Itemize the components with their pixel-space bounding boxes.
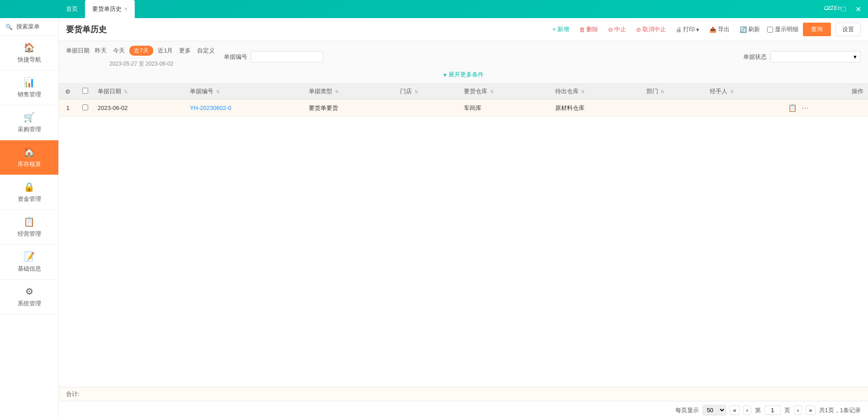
refresh-button[interactable]: 🔄 刷新 xyxy=(737,24,763,35)
sidebar-item-finance[interactable]: 🔒 资金管理 xyxy=(0,175,58,210)
finance-icon: 🔒 xyxy=(24,181,35,192)
delete-icon: 🗑 xyxy=(579,26,585,33)
col-date[interactable]: 单据日期 ⇅ xyxy=(93,84,185,100)
top-bar: 首页 要货单历史 × OfTEn — □ ✕ xyxy=(0,0,868,18)
col-settings[interactable]: ⚙ xyxy=(59,84,77,100)
sort-req-warehouse-icon: ⇅ xyxy=(490,89,494,94)
sort-docno-icon: ⇅ xyxy=(216,89,220,94)
tab-history-label: 要货单历史 xyxy=(92,5,122,13)
page-end-label: 页 xyxy=(784,406,790,414)
col-checkbox xyxy=(77,84,93,100)
col-handler[interactable]: 经手人 ⇅ xyxy=(705,84,783,100)
stop-button[interactable]: ⊖ 中止 xyxy=(605,24,629,35)
print-icon: 🖨 xyxy=(676,26,682,33)
sidebar-item-sales[interactable]: 📊 销售管理 xyxy=(0,71,58,105)
date-tab-7days[interactable]: 近7天 xyxy=(129,46,153,56)
date-filter-label: 单据日期 xyxy=(66,47,90,55)
sidebar-item-purchase[interactable]: 🛒 采购管理 xyxy=(0,105,58,140)
sidebar-item-purchase-label: 采购管理 xyxy=(18,125,41,133)
minimize-icon[interactable]: — xyxy=(824,4,835,14)
status-select[interactable]: ▾ xyxy=(770,51,861,62)
next-page-button[interactable]: › xyxy=(794,405,802,415)
print-button[interactable]: 🖨 打印 ▾ xyxy=(673,24,702,35)
date-tab-today[interactable]: 今天 xyxy=(111,46,127,56)
show-detail-checkbox[interactable]: 显示明细 xyxy=(767,25,798,33)
cell-num: 1 xyxy=(59,100,77,117)
sidebar-search[interactable]: 🔍 搜索菜单 xyxy=(0,18,58,36)
expand-icon: ▾ xyxy=(443,71,447,78)
prev-page-button[interactable]: ‹ xyxy=(743,405,751,415)
col-docno[interactable]: 单据编号 ⇅ xyxy=(185,84,305,100)
date-range-display: 2023-05-27 至 2023-06-02 xyxy=(109,60,173,68)
refresh-icon: 🔄 xyxy=(740,26,747,33)
per-page-label: 每页显示 xyxy=(675,406,699,414)
expand-more-label: 展开更多条件 xyxy=(448,71,484,79)
select-all-checkbox[interactable] xyxy=(82,88,88,94)
row-edit-icon[interactable]: 📋 xyxy=(787,103,798,113)
expand-more-button[interactable]: ▾ 展开更多条件 xyxy=(66,71,861,79)
col-action: 操作 xyxy=(783,84,868,100)
maximize-icon[interactable]: □ xyxy=(838,4,849,14)
cell-store xyxy=(396,100,459,117)
first-page-button[interactable]: « xyxy=(730,405,739,415)
status-select-arrow: ▾ xyxy=(854,53,857,60)
cell-action: 📋 ⋯ xyxy=(783,100,868,117)
sidebar-item-basic-info[interactable]: 📝 基础信息 xyxy=(0,245,58,280)
date-filter-group: 单据日期 昨天 今天 近7天 近1月 更多 自定义 2023-05-27 至 2… xyxy=(66,46,217,68)
delete-button[interactable]: 🗑 删除 xyxy=(576,24,601,35)
inventory-icon: 🏠 xyxy=(24,147,35,157)
export-button[interactable]: 📤 导出 xyxy=(707,24,732,35)
date-tab-yesterday[interactable]: 昨天 xyxy=(93,46,108,56)
basic-info-icon: 📝 xyxy=(24,251,35,262)
col-req-warehouse[interactable]: 要货仓库 ⇅ xyxy=(459,84,551,100)
tab-home-label: 首页 xyxy=(66,5,78,13)
print-dropdown-icon: ▾ xyxy=(696,26,699,33)
filter-area: 单据日期 昨天 今天 近7天 近1月 更多 自定义 2023-05-27 至 2… xyxy=(59,41,868,84)
sidebar-item-system-label: 系统管理 xyxy=(18,300,41,308)
new-button[interactable]: + 新增 xyxy=(550,24,572,35)
date-tab-more[interactable]: 更多 xyxy=(177,46,193,56)
sidebar-item-basic-info-label: 基础信息 xyxy=(18,265,41,273)
cell-docno: YH-20230602-0 xyxy=(185,100,305,117)
close-window-icon[interactable]: ✕ xyxy=(853,4,863,14)
status-label: 单据状态 xyxy=(743,53,767,61)
row-more-icon[interactable]: ⋯ xyxy=(801,103,810,113)
sidebar-item-inventory[interactable]: 🏠 库存核算 xyxy=(0,140,58,175)
sort-date-icon: ⇅ xyxy=(124,89,127,94)
sidebar-item-sales-label: 销售管理 xyxy=(18,90,41,99)
main-layout: 🔍 搜索菜单 🏠 快捷导航 📊 销售管理 🛒 采购管理 🏠 库存核算 🔒 资金管… xyxy=(0,18,868,419)
cell-dept xyxy=(642,100,706,117)
sidebar-item-operations[interactable]: 📋 经营管理 xyxy=(0,210,58,245)
tab-close-icon[interactable]: × xyxy=(124,6,127,12)
settings-button[interactable]: 设置 xyxy=(835,23,861,36)
top-bar-controls: — □ ✕ xyxy=(824,4,863,14)
col-store[interactable]: 门店 ⇅ xyxy=(396,84,459,100)
cell-handler xyxy=(705,100,783,117)
last-page-button[interactable]: » xyxy=(806,405,815,415)
page-label: 第 xyxy=(755,406,761,414)
docno-link[interactable]: YH-20230602-0 xyxy=(190,105,231,111)
cancel-stop-button[interactable]: ⊘ 取消中止 xyxy=(633,24,669,35)
sidebar-search-label: 搜索菜单 xyxy=(16,23,40,31)
row-checkbox[interactable] xyxy=(82,105,88,110)
sidebar-item-system[interactable]: ⚙ 系统管理 xyxy=(0,280,58,314)
docno-input[interactable] xyxy=(251,51,323,62)
tab-history[interactable]: 要货单历史 × xyxy=(85,0,135,18)
show-detail-input[interactable] xyxy=(767,27,773,33)
sort-dept-icon: ⇅ xyxy=(660,89,664,94)
col-pending-warehouse[interactable]: 待出仓库 ⇅ xyxy=(551,84,642,100)
date-tab-custom[interactable]: 自定义 xyxy=(195,46,217,56)
sidebar-item-quick-nav[interactable]: 🏠 快捷导航 xyxy=(0,36,58,71)
date-tab-1month[interactable]: 近1月 xyxy=(156,46,175,56)
col-doctype[interactable]: 单据类型 ⇅ xyxy=(304,84,396,100)
table-body: 1 2023-06-02 YH-20230602-0 要货单要货 车间库 原材料… xyxy=(59,100,868,117)
sort-doctype-icon: ⇅ xyxy=(335,89,339,94)
purchase-icon: 🛒 xyxy=(24,112,35,123)
tab-home[interactable]: 首页 xyxy=(59,0,85,18)
col-dept[interactable]: 部门 ⇅ xyxy=(642,84,706,100)
page-title: 要货单历史 xyxy=(66,24,107,35)
page-number-input[interactable] xyxy=(764,405,781,415)
query-button[interactable]: 查询 xyxy=(803,23,831,36)
data-table: ⚙ 单据日期 ⇅ 单据编号 ⇅ 单据类型 xyxy=(59,84,868,117)
per-page-select[interactable]: 50 100 200 xyxy=(703,405,726,415)
